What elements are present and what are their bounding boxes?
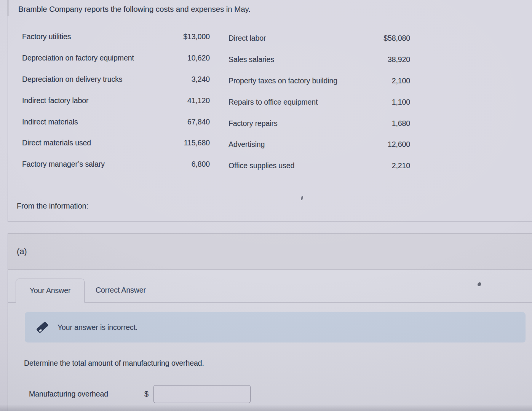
cost-item-value: 3,240 [164, 75, 210, 84]
currency-symbol: $ [144, 390, 149, 398]
cost-item-value: 12,600 [364, 140, 410, 149]
cost-item-value: $58,080 [364, 34, 410, 43]
cost-item-label: Factory utilities [22, 32, 164, 41]
cost-item-label: Direct materials used [22, 139, 164, 147]
cost-item-label: Direct labor [210, 34, 364, 43]
cost-item-label: Factory repairs [210, 119, 364, 128]
costs-table: Factory utilities$13,000Direct labor$58,… [22, 26, 532, 175]
cost-item-value: 67,840 [164, 118, 210, 126]
cost-item-value: 10,620 [164, 54, 210, 62]
cost-item-label: Depreciation on factory equipment [22, 54, 164, 62]
manufacturing-overhead-input[interactable] [153, 385, 251, 403]
tab-correct-answer[interactable]: Correct Answer [85, 278, 156, 302]
cost-item-label: Property taxes on factory building [210, 76, 364, 85]
problem-outro: From the information: [17, 201, 532, 211]
part-a-header: (a) [8, 233, 532, 270]
answer-tabs: Your Answer Correct Answer [8, 270, 532, 303]
page: Bramble Company reports the following co… [0, 0, 532, 411]
tab-your-answer-label: Your Answer [30, 286, 71, 295]
problem-card: Bramble Company reports the following co… [8, 0, 532, 222]
cost-item-value: 41,120 [164, 96, 210, 105]
task-prompt: Determine the total amount of manufactur… [24, 358, 532, 368]
cost-item-label: Factory manager’s salary [22, 160, 164, 169]
cost-item-label: Depreciation on delivery trucks [22, 75, 164, 84]
cost-item-value: 2,210 [364, 161, 410, 170]
answer-card: Your Answer Correct Answer Your answer i… [8, 270, 532, 411]
cost-item-label: Advertising [210, 140, 364, 149]
cost-item-label: Office supplies used [210, 161, 364, 170]
cost-item-value: 38,920 [364, 55, 410, 64]
cost-item-value: $13,000 [164, 32, 210, 41]
cost-item-value: 115,680 [164, 139, 210, 147]
manufacturing-overhead-label: Manufacturing overhead [29, 390, 144, 398]
cost-item-value: 2,100 [364, 76, 410, 85]
cost-item-value: 6,800 [164, 160, 210, 169]
answer-row: Manufacturing overhead $ [29, 385, 532, 403]
problem-intro: Bramble Company reports the following co… [8, 0, 532, 14]
part-a-label: (a) [8, 247, 27, 256]
tab-your-answer[interactable]: Your Answer [16, 279, 85, 303]
eraser-icon [35, 321, 50, 333]
cost-item-label: Repairs to office equipment [210, 98, 364, 107]
cost-item-value: 1,680 [364, 119, 410, 128]
incorrect-answer-alert: Your answer is incorrect. [25, 312, 526, 342]
alert-message: Your answer is incorrect. [58, 323, 137, 332]
cost-item-value: 1,100 [364, 98, 410, 107]
cost-item-label: Indirect factory labor [22, 96, 164, 105]
cost-item-label: Sales salaries [210, 55, 364, 64]
cost-item-label: Indirect materials [22, 118, 164, 126]
tab-correct-answer-label: Correct Answer [96, 286, 146, 295]
